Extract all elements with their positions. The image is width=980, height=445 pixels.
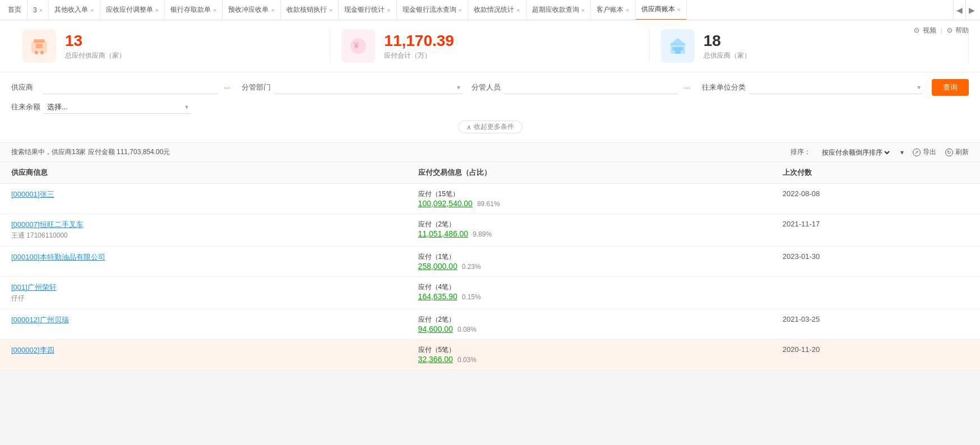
refresh-label: 刷新: [955, 147, 969, 157]
tab-close-receipt-verify[interactable]: ×: [329, 7, 332, 13]
tab-close-prepay-ar[interactable]: ×: [271, 7, 274, 13]
supplier-info-cell: [000001]张三: [0, 184, 407, 214]
payable-info-cell: 应付（5笔）32,366.000.03%: [407, 340, 771, 370]
nav-tab-overdue-ar[interactable]: 超期应收款查询×: [526, 0, 591, 20]
table-row: [000012]广州贝瑞应付（2笔）94,600.000.08%2021-03-…: [0, 309, 980, 340]
supplier-info-cell: [000100]本特勤油品有限公司: [0, 247, 407, 277]
col-payable-info: 应付交易信息（占比）: [407, 162, 771, 184]
summary-text-total: 18 总供应商（家）: [704, 31, 751, 61]
last-pay-date: 2023-01-30: [783, 252, 820, 261]
supplier-count-label: 总应付供应商（家）: [65, 51, 126, 61]
nav-tab-supplier-book[interactable]: 供应商账本×: [636, 0, 687, 20]
svg-rect-4: [36, 44, 43, 48]
nav-tab-other-income[interactable]: 其他收入单×: [49, 0, 100, 20]
divider: |: [941, 27, 942, 35]
tab-close-customer-book[interactable]: ×: [626, 7, 629, 13]
top-links: ⊙ 视频 | ⊙ 帮助: [914, 26, 969, 35]
refresh-link[interactable]: ↻ 刷新: [945, 147, 969, 157]
tab-close-overdue-ar[interactable]: ×: [581, 7, 585, 13]
payable-pct: 0.03%: [457, 356, 477, 364]
svg-marker-8: [669, 38, 686, 45]
filter-area: 供应商 ··· 分管部门 ▾ 分管人员 ··· 往来单位分类 ▾ 查询: [0, 72, 980, 143]
payable-amount[interactable]: 258,000.00: [418, 262, 457, 271]
nav-tab-tab3[interactable]: 3×: [27, 0, 49, 20]
payable-info-cell: 应付（4笔）164,635.900.15%: [407, 277, 771, 309]
tab-close-cash-bank-stat[interactable]: ×: [387, 7, 390, 13]
help-icon: ⊙: [947, 26, 953, 34]
payable-amount[interactable]: 94,600.00: [418, 325, 453, 333]
person-input[interactable]: [504, 81, 678, 94]
sort-chevron: ▾: [900, 149, 904, 156]
video-circle-icon: ⊙: [914, 26, 919, 34]
balance-select-wrap: 选择... ▾: [44, 100, 191, 114]
dept-select[interactable]: [274, 81, 463, 94]
nav-tab-receipt-verify[interactable]: 收款核销执行×: [281, 0, 339, 20]
nav-tab-bank-deposit[interactable]: 银行存取款单×: [165, 0, 223, 20]
export-icon: ↗: [913, 149, 921, 156]
balance-select[interactable]: 选择...: [44, 100, 191, 114]
supplier-info-cell: [001]广州荣轩仔仔: [0, 277, 407, 309]
help-link[interactable]: ⊙ 帮助: [947, 26, 969, 35]
tab-close-ar-ap-adjust[interactable]: ×: [155, 7, 159, 13]
nav-tab-prepay-ar[interactable]: 预收冲应收单×: [223, 0, 280, 20]
supplier-ellipsis[interactable]: ···: [221, 83, 233, 92]
nav-tab-customer-book[interactable]: 客户账本×: [591, 0, 635, 20]
supplier-link[interactable]: [000002]李四: [11, 346, 54, 354]
export-link[interactable]: ↗ 导出: [913, 147, 936, 157]
last-pay-cell: 2020-11-20: [771, 340, 980, 370]
filter-item-person: 分管人员 ···: [471, 81, 693, 94]
supplier-sub: 仔仔: [11, 294, 396, 303]
query-button[interactable]: 查询: [932, 79, 969, 96]
payable-amount[interactable]: 32,366.00: [418, 355, 453, 364]
supplier-link[interactable]: [000001]张三: [11, 190, 54, 198]
tab-close-supplier-book[interactable]: ×: [677, 6, 681, 13]
supplier-input[interactable]: [43, 81, 218, 94]
supplier-link[interactable]: [000100]本特勤油品有限公司: [11, 253, 105, 261]
payable-pct: 0.15%: [462, 293, 481, 301]
right-actions: 排序： 按应付余额倒序排序 ▾ ↗ 导出 ↻ 刷新: [791, 147, 969, 157]
results-summary: 搜索结果中，供应商13家 应付金额 111,703,854.00元: [11, 147, 170, 157]
collapse-button[interactable]: ∧ 收起更多条件: [458, 120, 523, 133]
payable-amount[interactable]: 11,051,486.00: [418, 229, 469, 238]
sort-select[interactable]: 按应付余额倒序排序: [820, 148, 891, 157]
nav-tab-receipt-stat[interactable]: 收款情况统计×: [468, 0, 526, 20]
nav-tab-ar-ap-adjust[interactable]: 应收应付调整单×: [100, 0, 165, 20]
payable-amount[interactable]: 164,635.90: [418, 292, 457, 301]
last-pay-date: 2021-03-25: [783, 315, 820, 323]
person-ellipsis[interactable]: ···: [682, 83, 693, 92]
summary-item-suppliers: 13 总应付供应商（家）: [11, 29, 330, 63]
payable-amount[interactable]: 100,092,540.00: [418, 199, 473, 208]
payable-info-cell: 应付（1笔）258,000.000.23%: [407, 247, 771, 277]
tab-close-cash-flow-query[interactable]: ×: [459, 7, 462, 13]
nav-tab-cash-flow-query[interactable]: 现金银行流水查询×: [397, 0, 468, 20]
dept-select-wrap: ▾: [274, 81, 463, 94]
supplier-link[interactable]: [001]广州荣轩: [11, 283, 57, 291]
data-table-wrap: 供应商信息 应付交易信息（占比） 上次付数 [000001]张三应付（15笔）1…: [0, 162, 980, 370]
supplier-link[interactable]: [000007]恒旺二手叉车: [11, 220, 84, 229]
tab-close-receipt-stat[interactable]: ×: [516, 7, 520, 13]
nav-tab-home[interactable]: 首页: [2, 0, 27, 20]
svg-text:¥: ¥: [353, 41, 359, 50]
nav-right-arrow[interactable]: ▶: [965, 0, 978, 20]
filter-item-supplier: 供应商 ···: [11, 81, 233, 94]
svg-rect-11: [680, 47, 683, 50]
tab-close-tab3[interactable]: ×: [39, 7, 43, 13]
last-pay-date: 2022-08-08: [783, 189, 820, 198]
supplier-info-cell: [000002]李四: [0, 340, 407, 370]
payable-total: 11,170.39: [384, 31, 454, 50]
payable-count: 应付（1笔）: [418, 252, 760, 262]
category-select-wrap: ▾: [749, 81, 923, 94]
payable-pct: 0.23%: [462, 263, 481, 271]
table-row: [000002]李四应付（5笔）32,366.000.03%2020-11-20: [0, 340, 980, 370]
supplier-filter-label: 供应商: [11, 82, 39, 92]
nav-left-arrow[interactable]: ◀: [953, 0, 965, 20]
category-select[interactable]: [749, 81, 923, 94]
collapse-bar: ∧ 收起更多条件: [11, 118, 969, 138]
col-last-pay: 上次付数: [771, 162, 980, 184]
supplier-link[interactable]: [000012]广州贝瑞: [11, 316, 69, 324]
tab-close-bank-deposit[interactable]: ×: [213, 7, 216, 13]
tab-close-other-income[interactable]: ×: [90, 7, 94, 13]
nav-tab-cash-bank-stat[interactable]: 现金银行统计×: [339, 0, 396, 20]
video-link[interactable]: ⊙ 视频: [914, 26, 936, 35]
category-filter-label: 往来单位分类: [702, 82, 746, 92]
